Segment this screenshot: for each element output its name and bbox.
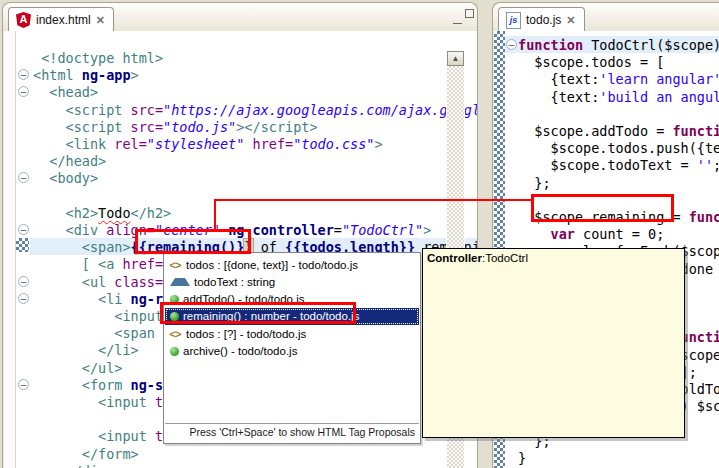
code-segment bbox=[147, 428, 155, 444]
code-segment: > bbox=[423, 222, 431, 238]
code-line[interactable]: <!doctype html> bbox=[33, 50, 163, 68]
code-segment: < bbox=[33, 102, 74, 118]
code-line[interactable]: <h2>Todo</h2> bbox=[33, 205, 171, 223]
code-segment bbox=[518, 226, 551, 242]
code-segment: </ bbox=[131, 205, 147, 221]
code-segment: {text: bbox=[518, 71, 599, 87]
code-line[interactable]: <html ng-app> bbox=[33, 67, 139, 85]
tab-index-html[interactable]: A index.html ✕ bbox=[8, 7, 114, 32]
code-line[interactable]: function TodoCtrl($scope) { bbox=[518, 37, 719, 55]
code-segment: > bbox=[114, 360, 122, 376]
code-segment: > bbox=[131, 67, 139, 83]
code-segment: </ bbox=[33, 153, 66, 169]
code-segment: "todo.css" bbox=[293, 136, 374, 152]
popup-status-text: Press 'Ctrl+Space' to show HTML Tag Prop… bbox=[165, 423, 419, 442]
code-segment bbox=[122, 102, 130, 118]
code-segment: > bbox=[309, 119, 317, 135]
code-segment: > bbox=[90, 170, 98, 186]
code-line[interactable]: {text:'learn angular', done:true}, bbox=[518, 71, 719, 89]
code-line[interactable]: </li> bbox=[33, 342, 139, 360]
code-line[interactable]: <body> bbox=[33, 170, 98, 188]
fold-collapse-icon[interactable]: – bbox=[18, 172, 29, 183]
code-segment bbox=[122, 377, 130, 393]
completion-info-tooltip: Controller:TodoCtrl bbox=[422, 248, 685, 438]
annotation-box-scope-remaining bbox=[531, 194, 674, 222]
code-segment: > bbox=[90, 84, 98, 100]
code-line[interactable]: $scope.todos.push({text:$scope.todoText, bbox=[518, 140, 719, 158]
fold-collapse-icon[interactable]: – bbox=[18, 379, 29, 390]
code-segment: form bbox=[90, 377, 123, 393]
code-line[interactable]: <script src="todo.js"></script> bbox=[33, 119, 318, 137]
code-segment: div bbox=[74, 222, 98, 238]
code-segment: Todo bbox=[98, 205, 131, 221]
completion-item[interactable]: <>todos : [{done, text}] - todo/todo.js bbox=[165, 256, 419, 273]
code-line[interactable]: } bbox=[518, 450, 526, 468]
code-segment: class= bbox=[114, 274, 163, 290]
code-line[interactable]: }; bbox=[518, 175, 551, 193]
tab-todo-js[interactable]: js todo.js ✕ bbox=[498, 7, 585, 32]
code-segment: < bbox=[33, 67, 41, 83]
code-segment: < bbox=[33, 84, 57, 100]
fold-collapse-icon[interactable]: – bbox=[506, 39, 517, 50]
fold-collapse-icon[interactable]: – bbox=[18, 86, 29, 97]
code-line[interactable]: </div> bbox=[33, 463, 114, 468]
code-segment: function bbox=[518, 37, 583, 53]
code-segment: > bbox=[106, 463, 114, 468]
maximize-icon[interactable] bbox=[465, 9, 474, 18]
code-segment: </ bbox=[33, 360, 98, 376]
code-line[interactable]: $scope.todos = [ bbox=[518, 54, 664, 72]
code-segment: </ bbox=[33, 342, 114, 358]
code-segment bbox=[244, 136, 252, 152]
code-segment: var bbox=[551, 226, 575, 242]
code-segment: } bbox=[518, 450, 526, 466]
code-segment: > bbox=[131, 342, 139, 358]
code-segment: TodoCtrl($scope) { bbox=[583, 37, 719, 53]
code-segment: ></ bbox=[236, 119, 260, 135]
code-segment: < bbox=[33, 170, 57, 186]
completion-item-label: todos : [{done, text}] - todo/todo.js bbox=[186, 259, 358, 271]
annotation-box-remaining-expression bbox=[135, 229, 251, 254]
code-line[interactable]: <script src="https://ajax.googleapis.com… bbox=[33, 102, 477, 120]
angle-brackets-icon: <> bbox=[168, 328, 182, 340]
triangle-icon bbox=[170, 278, 190, 286]
code-segment: < bbox=[33, 308, 122, 324]
code-segment: 'learn angular' bbox=[599, 71, 719, 87]
code-segment: < bbox=[33, 239, 90, 255]
completion-item[interactable]: <>todos : [?] - todo/todo.js bbox=[165, 325, 419, 342]
code-segment: <!doctype html> bbox=[33, 50, 163, 66]
code-segment bbox=[74, 67, 82, 83]
code-line[interactable]: </ul> bbox=[33, 360, 122, 378]
fold-collapse-icon[interactable]: – bbox=[18, 276, 29, 287]
code-line[interactable]: {text:'build an angular app', done:false… bbox=[518, 89, 719, 107]
fold-collapse-icon[interactable]: – bbox=[18, 224, 29, 235]
code-line[interactable]: <link rel="stylesheet" href="todo.css"> bbox=[33, 136, 383, 154]
code-line[interactable]: $scope.todoText = ''; bbox=[518, 157, 719, 175]
code-segment: $scope.addTodo = bbox=[518, 123, 672, 139]
code-segment: head bbox=[66, 153, 99, 169]
left-ruler bbox=[4, 31, 16, 468]
code-segment: div bbox=[82, 463, 106, 468]
code-segment: count = 0; bbox=[575, 226, 664, 242]
tab-bar-left: A index.html ✕ bbox=[3, 3, 477, 31]
completion-item[interactable]: archive() - todo/todo.js bbox=[165, 343, 419, 360]
code-segment: script bbox=[261, 119, 310, 135]
code-segment: $scope.todoText = bbox=[518, 157, 697, 173]
code-line[interactable]: </form> bbox=[33, 446, 139, 464]
code-segment: form bbox=[98, 446, 131, 462]
fold-collapse-icon[interactable]: – bbox=[18, 69, 29, 80]
code-line[interactable]: $scope.addTodo = function() { bbox=[518, 123, 719, 141]
code-segment: href= bbox=[253, 136, 294, 152]
code-line[interactable]: </head> bbox=[33, 153, 106, 171]
close-icon[interactable]: ✕ bbox=[566, 14, 576, 27]
code-segment: </ bbox=[33, 446, 98, 462]
code-line[interactable]: <head> bbox=[33, 84, 98, 102]
fold-collapse-icon[interactable]: – bbox=[18, 293, 29, 304]
code-segment: h2 bbox=[74, 205, 90, 221]
code-line[interactable]: var count = 0; bbox=[518, 226, 664, 244]
code-segment: < bbox=[33, 428, 106, 444]
completion-item[interactable]: todoText : string bbox=[165, 273, 419, 290]
scroll-up-arrow-icon[interactable]: ▲ bbox=[447, 51, 464, 66]
code-segment: > bbox=[90, 205, 98, 221]
close-icon[interactable]: ✕ bbox=[96, 14, 106, 27]
minimize-icon[interactable] bbox=[453, 15, 462, 24]
